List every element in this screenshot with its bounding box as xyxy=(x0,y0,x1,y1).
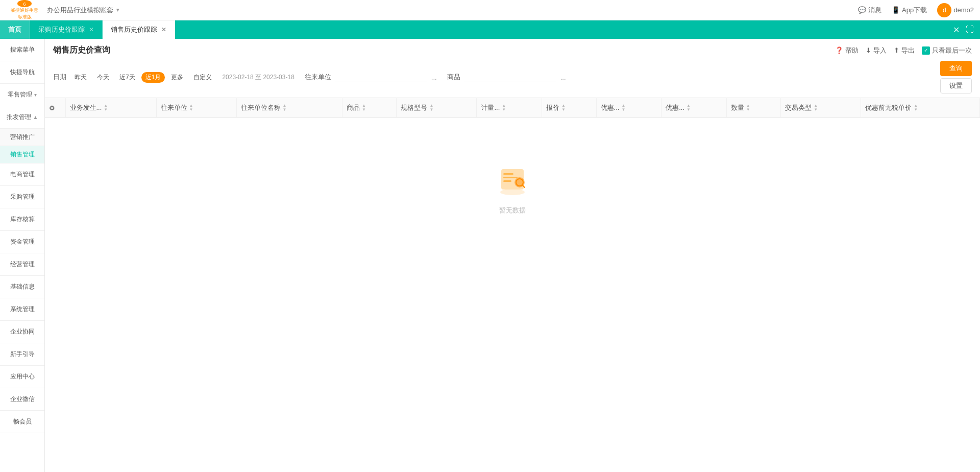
sidebar-item-retail-mgmt[interactable]: 零售管理 ▾ xyxy=(0,84,44,106)
th-discount1[interactable]: 优惠... ▲▼ xyxy=(596,98,662,118)
sidebar-item-sales-mgmt[interactable]: 销售管理 xyxy=(0,146,44,163)
th-settings[interactable]: ⚙ xyxy=(45,98,65,118)
svg-point-2 xyxy=(500,189,525,195)
tab-close-window-icon[interactable]: ✕ xyxy=(953,25,960,35)
table-header-row: ⚙ 业务发生... ▲▼ 往来单位 xyxy=(45,98,980,118)
tab-home[interactable]: 首页 xyxy=(0,20,30,39)
main-layout: 搜索菜单 快捷导航 零售管理 ▾ 批发管理 ▲ 营销推广 销售管理 电商管理 采… xyxy=(0,39,980,472)
th-spec-label: 规格型号 xyxy=(401,103,427,112)
tab-bar: 首页 采购历史价跟踪 ✕ 销售历史价跟踪 ✕ ✕ ⛶ xyxy=(0,20,980,39)
tab-sales-history-label: 销售历史价跟踪 xyxy=(111,25,157,34)
th-discount2[interactable]: 优惠... ▲▼ xyxy=(662,98,727,118)
th-unit[interactable]: 计量... ▲▼ xyxy=(477,98,542,118)
empty-state: 暂无数据 xyxy=(45,118,980,256)
top-bar: 6 畅捷通好生意 标准版 办公用品行业模拟账套 ▾ 💬 消息 📱 App下载 d… xyxy=(0,0,980,20)
th-business-date[interactable]: 业务发生... ▲▼ xyxy=(65,98,156,118)
sidebar-item-inventory[interactable]: 库存核算 xyxy=(0,208,44,231)
query-button[interactable]: 查询 xyxy=(940,61,972,76)
sidebar-item-basic-info[interactable]: 基础信息 xyxy=(0,276,44,298)
sort-arrows-business-date: ▲▼ xyxy=(104,104,108,112)
sidebar-item-wholesale-mgmt-label: 批发管理 xyxy=(7,113,31,122)
only-last-action[interactable]: ✓ 只看最后一次 xyxy=(922,46,972,55)
page-header: 销售历史价查询 ❓ 帮助 ⬇ 导入 ⬆ 导出 ✓ xyxy=(45,39,980,98)
sidebar-item-app-center[interactable]: 应用中心 xyxy=(0,366,44,388)
date-chip-yesterday[interactable]: 昨天 xyxy=(70,72,91,83)
app-download-action[interactable]: 📱 App下载 xyxy=(892,6,927,15)
sort-arrows-discount1: ▲▼ xyxy=(621,104,625,112)
th-trade-type[interactable]: 交易类型 ▲▼ xyxy=(781,98,861,118)
date-chip-custom[interactable]: 自定义 xyxy=(189,72,216,83)
sort-arrows-goods: ▲▼ xyxy=(362,104,366,112)
sidebar-item-sales-mgmt-label: 销售管理 xyxy=(10,150,35,159)
sidebar-item-system-label: 系统管理 xyxy=(10,305,35,314)
sidebar-item-finance[interactable]: 资金管理 xyxy=(0,231,44,253)
date-chip-last7[interactable]: 近7天 xyxy=(115,72,139,83)
sort-arrows-discount2: ▲▼ xyxy=(687,104,691,112)
sidebar-item-basic-info-label: 基础信息 xyxy=(10,282,35,291)
source-filter-group: 往来单位 ... xyxy=(305,72,437,82)
th-pre-tax-price-label: 优惠前无税单价 xyxy=(865,103,912,112)
tab-bar-controls: ✕ ⛶ xyxy=(947,20,980,39)
sidebar-item-guide-label: 新手引导 xyxy=(10,350,35,359)
app-logo: 6 畅捷通好生意 标准版 xyxy=(6,1,43,19)
goods-input[interactable] xyxy=(464,72,556,82)
empty-state-row: 暂无数据 xyxy=(45,118,980,256)
svg-text:6: 6 xyxy=(23,2,26,7)
sidebar-item-wholesale-mgmt[interactable]: 批发管理 ▲ xyxy=(0,106,44,129)
help-icon: ❓ xyxy=(835,46,843,54)
sidebar-item-member[interactable]: 畅会员 xyxy=(0,411,44,433)
table-container: ⚙ 业务发生... ▲▼ 往来单位 xyxy=(45,98,980,472)
help-action[interactable]: ❓ 帮助 xyxy=(835,46,859,55)
th-spec[interactable]: 规格型号 ▲▼ xyxy=(397,98,477,118)
user-action[interactable]: d demo2 xyxy=(937,3,974,17)
sidebar-item-search-menu[interactable]: 搜索菜单 xyxy=(0,39,44,61)
message-action[interactable]: 💬 消息 xyxy=(858,6,881,15)
tab-purchase-history[interactable]: 采购历史价跟踪 ✕ xyxy=(30,20,103,39)
sidebar-item-search-menu-label: 搜索菜单 xyxy=(10,45,35,54)
th-partner-label: 往来单位 xyxy=(161,103,187,112)
sidebar-item-operations[interactable]: 经营管理 xyxy=(0,253,44,276)
th-partner-name[interactable]: 往来单位名称 ▲▼ xyxy=(236,98,342,118)
goods-filter-label: 商品 xyxy=(447,73,460,82)
tab-sales-history-close[interactable]: ✕ xyxy=(161,26,166,33)
th-quote[interactable]: 报价 ▲▼ xyxy=(542,98,597,118)
date-chip-today[interactable]: 今天 xyxy=(93,72,113,83)
sidebar-item-ecom-mgmt[interactable]: 电商管理 xyxy=(0,163,44,186)
sidebar-item-guide[interactable]: 新手引导 xyxy=(0,343,44,366)
sidebar-item-purchase-mgmt[interactable]: 采购管理 xyxy=(0,186,44,208)
th-discount1-label: 优惠... xyxy=(601,103,620,112)
th-discount2-label: 优惠... xyxy=(666,103,684,112)
th-partner-name-label: 往来单位名称 xyxy=(241,103,281,112)
th-goods-label: 商品 xyxy=(347,103,360,112)
th-pre-tax-price[interactable]: 优惠前无税单价 ▲▼ xyxy=(861,98,980,118)
sidebar-item-enterprise[interactable]: 企业协同 xyxy=(0,321,44,343)
export-label: 导出 xyxy=(901,46,915,55)
source-input[interactable] xyxy=(335,72,427,82)
workspace-chevron[interactable]: ▾ xyxy=(116,7,119,13)
th-partner[interactable]: 往来单位 ▲▼ xyxy=(156,98,236,118)
goods-filter-group: 商品 ... xyxy=(447,72,566,82)
import-action[interactable]: ⬇ 导入 xyxy=(866,46,887,55)
th-quantity-label: 数量 xyxy=(731,103,744,112)
th-goods[interactable]: 商品 ▲▼ xyxy=(342,98,397,118)
table-body: 暂无数据 xyxy=(45,118,980,256)
settings-button[interactable]: 设置 xyxy=(940,78,972,93)
sidebar-item-wechat[interactable]: 企业微信 xyxy=(0,388,44,411)
date-chip-last1m[interactable]: 近1月 xyxy=(141,72,165,83)
empty-icon xyxy=(492,159,533,200)
date-filter-label: 日期 xyxy=(53,73,66,82)
th-quantity[interactable]: 数量 ▲▼ xyxy=(726,98,781,118)
sidebar-item-quick-nav[interactable]: 快捷导航 xyxy=(0,61,44,84)
only-last-label: 只看最后一次 xyxy=(932,46,972,55)
sidebar-item-marketing[interactable]: 营销推广 xyxy=(0,129,44,146)
tab-purchase-history-close[interactable]: ✕ xyxy=(89,26,94,33)
sort-arrows-spec: ▲▼ xyxy=(429,104,433,112)
tab-purchase-history-label: 采购历史价跟踪 xyxy=(38,25,85,34)
table-settings-icon[interactable]: ⚙ xyxy=(49,104,55,112)
date-chip-more[interactable]: 更多 xyxy=(167,72,187,83)
export-action[interactable]: ⬆ 导出 xyxy=(894,46,915,55)
tab-sales-history[interactable]: 销售历史价跟踪 ✕ xyxy=(103,20,175,39)
tab-home-label: 首页 xyxy=(8,25,21,34)
sidebar-item-system[interactable]: 系统管理 xyxy=(0,298,44,321)
tab-maximize-icon[interactable]: ⛶ xyxy=(966,25,974,34)
